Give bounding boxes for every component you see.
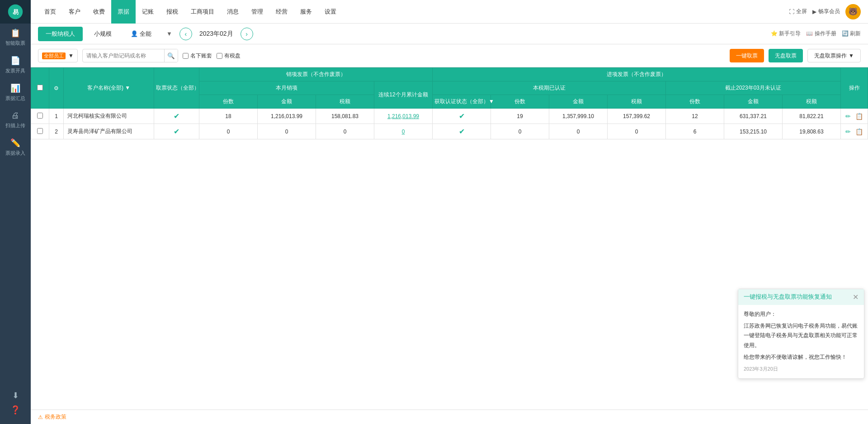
fullscreen-button[interactable]: ⛶ 全屏 (789, 8, 807, 15)
fullscreen-icon: ⛶ (789, 9, 794, 15)
th-period-certified: 本税期已认证 (433, 81, 666, 95)
tab-general-taxpayer[interactable]: 一般纳税人 (38, 27, 83, 41)
nav-message[interactable]: 消息 (221, 0, 245, 24)
td-checkbox-1 (31, 109, 49, 124)
no-disk-ticket-button[interactable]: 无盘取票 (769, 49, 803, 62)
manual-icon: 📖 (806, 30, 813, 37)
nav-tax[interactable]: 报税 (160, 0, 184, 24)
invoice-table: ⚙ 客户名称(全部) ▼ 取票状态（全部） 销项发票（不含作废票） 进项发票（不… (31, 67, 868, 139)
edit-icon-2[interactable]: ✏ (845, 128, 851, 135)
th-ticket-status: 取票状态（全部） (154, 68, 199, 109)
nav-settings[interactable]: 设置 (318, 0, 343, 24)
next-month-button[interactable]: › (241, 28, 253, 40)
nav-operation[interactable]: 经营 (269, 0, 294, 24)
nav-business[interactable]: 工商项目 (184, 0, 221, 24)
select-all-checkbox[interactable] (37, 85, 43, 91)
settings-icon[interactable]: ⚙ (54, 85, 59, 91)
td-monthly-amount-1: 1,216,013.99 (258, 109, 316, 124)
prev-month-button[interactable]: ‹ (179, 28, 192, 40)
has-tax-disk-check[interactable] (217, 53, 222, 59)
th-period-amount: 金额 (549, 95, 608, 109)
notification-line3: 给您带来的不便敬请谅解，祝您工作愉快！ (744, 353, 859, 362)
more-icon-1[interactable]: 📋 (855, 113, 863, 120)
customer-search-input[interactable] (83, 52, 164, 59)
table-row: 2 灵寿县尚泽矿产品有限公司 ✔ 0 0 0 0 ✔ 0 0 0 6 (31, 124, 868, 139)
sidebar-item-ticket-entry[interactable]: ✏️ 票据录入 (0, 133, 31, 161)
nav-manage[interactable]: 管理 (245, 0, 269, 24)
new-guide-link[interactable]: ⭐ 新手引导 (771, 30, 801, 38)
td-until-amount-2: 153,215.10 (724, 124, 783, 139)
manual-link[interactable]: 📖 操作手册 (806, 30, 836, 38)
svg-text:易: 易 (13, 9, 19, 15)
cumulative-link-1[interactable]: 1,216,013.99 (387, 113, 419, 119)
td-until-tax-1: 81,822.21 (783, 109, 841, 124)
has-tax-disk-checkbox[interactable]: 有税盘 (217, 52, 241, 60)
tax-policy-link[interactable]: ⚠ 税务政策 (38, 413, 66, 421)
invoice-open-icon: 📄 (10, 56, 20, 66)
td-until-tax-2: 19,808.63 (783, 124, 841, 139)
under-account-check[interactable] (183, 53, 189, 59)
sidebar: 易 📋 智能取票 📄 发票开具 📊 票据汇总 🖨 扫描上传 ✏️ 票据录入 ⬇ … (0, 0, 31, 424)
one-click-ticket-button[interactable]: 一键取票 (730, 49, 764, 62)
notification-header: 一键报税与无盘取票功能恢复通知 ✕ (738, 289, 864, 305)
tab-more-button[interactable]: ▼ (163, 30, 176, 37)
nav-bookkeeping[interactable]: 记账 (136, 0, 160, 24)
row1-checkbox[interactable] (37, 113, 43, 119)
search-icon: 🔍 (167, 52, 175, 59)
sidebar-bottom-download[interactable]: ⬇ (12, 391, 19, 400)
more-icon-2[interactable]: 📋 (855, 128, 863, 135)
td-index-2: 2 (49, 124, 64, 139)
sidebar-item-scan-upload[interactable]: 🖨 扫描上传 (0, 106, 31, 133)
th-cert-status: 获取认证状态（全部）▼ (433, 95, 491, 109)
td-period-tax-1: 157,399.62 (608, 109, 666, 124)
td-until-count-2: 6 (666, 124, 724, 139)
td-status-2: ✔ (154, 124, 199, 139)
nav-fee[interactable]: 收费 (87, 0, 111, 24)
member-button[interactable]: ▶ 畅享会员 (812, 8, 840, 15)
employee-tag: 全部员工 (42, 52, 66, 59)
td-action-1: ✏ 📋 (841, 109, 868, 124)
refresh-link[interactable]: 🔄 刷新 (842, 30, 861, 38)
th-settings: ⚙ (49, 68, 64, 109)
edit-icon-1[interactable]: ✏ (845, 113, 851, 120)
td-checkbox-2 (31, 124, 49, 139)
th-cumulative: 连续12个月累计金额 (374, 81, 433, 109)
under-account-checkbox[interactable]: 名下账套 (183, 52, 212, 60)
td-status-1: ✔ (154, 109, 199, 124)
no-disk-ops-dropdown[interactable]: 无盘取票操作 ▼ (807, 49, 861, 62)
cert-checked-icon-1: ✔ (459, 112, 465, 120)
nav-ticket[interactable]: 票据 (111, 0, 136, 24)
notification-close-button[interactable]: ✕ (853, 293, 859, 301)
th-until-uncertified: 截止2023年03月未认证 (666, 81, 841, 95)
td-index-1: 1 (49, 109, 64, 124)
table-row: 1 河北柯瑞核实业有限公司 ✔ 18 1,216,013.99 158,081.… (31, 109, 868, 124)
th-period-tax: 税额 (608, 95, 666, 109)
th-customer-name: 客户名称(全部) ▼ (64, 68, 154, 109)
status-checked-icon-1: ✔ (174, 112, 179, 120)
nav-home[interactable]: 首页 (38, 0, 62, 24)
th-until-tax: 税额 (783, 95, 841, 109)
sidebar-item-ticket-summary[interactable]: 📊 票据汇总 (0, 79, 31, 106)
td-cumulative-2: 0 (374, 124, 433, 139)
sidebar-item-invoice-open[interactable]: 📄 发票开具 (0, 51, 31, 79)
search-button[interactable]: 🔍 (164, 49, 178, 62)
avatar[interactable]: 🐻 (845, 4, 861, 19)
row2-checkbox[interactable] (37, 128, 43, 134)
top-nav: 首页 客户 收费 票据 记账 报税 工商项目 消息 管理 经营 服务 设置 ⛶ … (31, 0, 868, 24)
tab-all[interactable]: 👤 全能 (123, 27, 159, 41)
nav-service[interactable]: 服务 (294, 0, 318, 24)
td-name-2: 灵寿县尚泽矿产品有限公司 (64, 124, 154, 139)
td-monthly-amount-2: 0 (258, 124, 316, 139)
td-monthly-tax-2: 0 (316, 124, 374, 139)
employee-select[interactable]: 全部员工 ▼ (38, 49, 78, 62)
nav-customer[interactable]: 客户 (62, 0, 87, 24)
sidebar-item-smart-ticket[interactable]: 📋 智能取票 (0, 24, 31, 51)
tab-small-scale[interactable]: 小规模 (86, 27, 119, 41)
sidebar-bottom-help[interactable]: ❓ (10, 405, 20, 415)
th-until-amount: 金额 (724, 95, 783, 109)
ticket-summary-icon: 📊 (10, 83, 20, 93)
cumulative-link-2[interactable]: 0 (402, 129, 405, 135)
notification-body: 尊敬的用户： 江苏政务网已恢复访问电子税务局功能，易代账一键登陆电子税务局与无盘… (738, 305, 864, 378)
nav-right: ⛶ 全屏 ▶ 畅享会员 🐻 (789, 4, 861, 19)
app-logo[interactable]: 易 (0, 0, 31, 24)
